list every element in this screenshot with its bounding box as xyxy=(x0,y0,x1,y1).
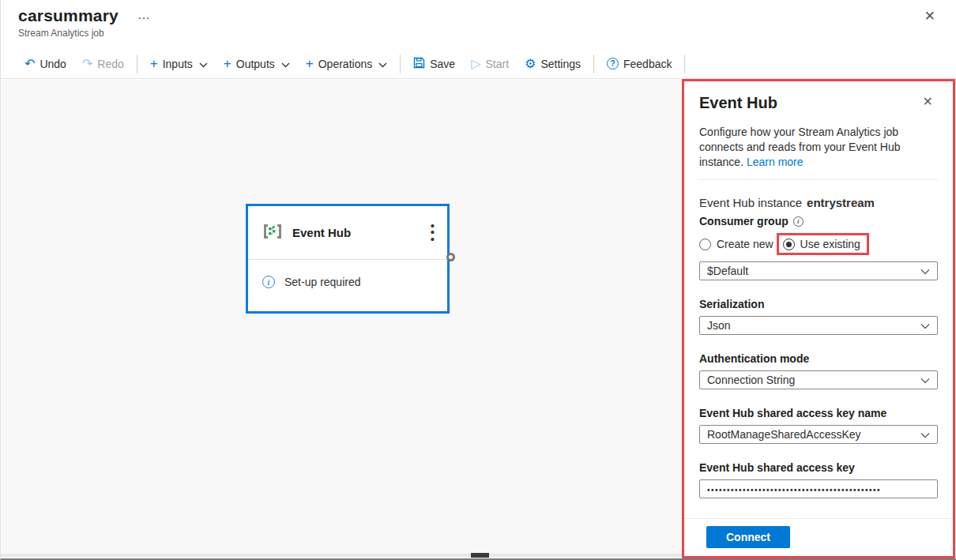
instance-row: Event Hub instanceentrystream xyxy=(699,196,938,209)
start-button[interactable]: ▷ Start xyxy=(463,53,517,75)
event-hub-icon xyxy=(262,222,283,244)
consumer-group-label: Consumer group i xyxy=(699,215,938,227)
chevron-down-icon xyxy=(920,374,930,386)
panel-description: Configure how your Stream Analytics job … xyxy=(699,125,938,170)
chevron-down-icon xyxy=(920,265,930,277)
redo-icon: ↷ xyxy=(82,58,92,70)
panel-divider xyxy=(699,179,938,180)
serialization-label: Serialization xyxy=(699,298,938,310)
shared-access-key-name-select[interactable]: RootManageSharedAccessKey xyxy=(699,425,938,444)
toolbar-divider xyxy=(684,54,685,73)
consumer-group-radio-group: Create new Use existing xyxy=(699,233,938,255)
scrollbar-thumb[interactable] xyxy=(471,553,489,558)
authentication-mode-label: Authentication mode xyxy=(699,352,938,365)
more-options-icon[interactable]: … xyxy=(137,8,152,22)
node-output-connector[interactable] xyxy=(446,253,455,261)
stream-analytics-editor: carsummary … Stream Analytics job ✕ ↶ Un… xyxy=(0,0,956,560)
toolbar-divider xyxy=(593,54,594,73)
masked-key-value: ••••••••••••••••••••••••••••••••••••••••… xyxy=(707,486,881,494)
event-hub-config-panel: Event Hub ✕ Configure how your Stream An… xyxy=(682,79,955,558)
node-status-text: Set-up required xyxy=(284,276,361,288)
settings-button[interactable]: ⚙ Settings xyxy=(517,53,589,75)
consumer-group-select[interactable]: $Default xyxy=(699,261,938,280)
radio-circle-checked xyxy=(783,239,795,250)
horizontal-scrollbar[interactable] xyxy=(1,554,682,557)
window-close-icon[interactable]: ✕ xyxy=(924,9,935,23)
feedback-button[interactable]: ? Feedback xyxy=(599,53,679,75)
annotation-highlight-box: Use existing xyxy=(777,233,869,255)
info-icon[interactable]: i xyxy=(793,216,804,227)
serialization-select[interactable]: Json xyxy=(699,316,938,335)
info-icon: i xyxy=(262,276,275,288)
undo-icon: ↶ xyxy=(24,58,35,70)
kebab-menu-icon[interactable]: ••• xyxy=(427,223,438,242)
toolbar-divider xyxy=(400,54,401,73)
plus-icon: + xyxy=(150,57,158,70)
add-outputs-button[interactable]: + Outputs xyxy=(216,53,298,75)
toolbar: ↶ Undo ↷ Redo + Inputs + Outputs + Opera… xyxy=(1,49,956,79)
shared-access-key-name-label: Event Hub shared access key name xyxy=(699,407,938,419)
save-icon xyxy=(413,57,425,71)
chevron-down-icon xyxy=(920,319,930,332)
panel-footer: Connect xyxy=(684,518,953,556)
learn-more-link[interactable]: Learn more xyxy=(747,156,804,168)
shared-access-key-input[interactable]: ••••••••••••••••••••••••••••••••••••••••… xyxy=(699,479,938,498)
node-title: Event Hub xyxy=(292,226,427,239)
radio-use-existing[interactable]: Use existing xyxy=(783,238,860,250)
chevron-down-icon xyxy=(378,58,387,70)
instance-value: entrystream xyxy=(807,196,875,209)
page-subtitle: Stream Analytics job xyxy=(1,25,682,39)
settings-icon: ⚙ xyxy=(525,58,536,70)
plus-icon: + xyxy=(224,57,231,70)
radio-circle-unchecked xyxy=(699,239,711,250)
plus-icon: + xyxy=(306,57,314,70)
add-operations-button[interactable]: + Operations xyxy=(298,53,395,75)
chevron-down-icon xyxy=(920,428,930,441)
page-header: carsummary … Stream Analytics job xyxy=(1,0,682,49)
chevron-down-icon xyxy=(281,58,290,70)
start-icon: ▷ xyxy=(471,58,480,70)
connect-button[interactable]: Connect xyxy=(706,526,790,548)
shared-access-key-label: Event Hub shared access key xyxy=(699,461,938,474)
instance-label: Event Hub instance xyxy=(699,196,802,209)
page-title: carsummary xyxy=(18,6,119,25)
panel-close-icon[interactable]: ✕ xyxy=(923,96,933,108)
panel-title: Event Hub xyxy=(699,94,777,112)
authentication-mode-select[interactable]: Connection String xyxy=(699,370,938,389)
chevron-down-icon xyxy=(199,58,208,70)
save-button[interactable]: Save xyxy=(405,53,463,75)
add-inputs-button[interactable]: + Inputs xyxy=(142,53,216,75)
redo-button[interactable]: ↷ Redo xyxy=(74,53,132,75)
radio-create-new[interactable]: Create new xyxy=(699,238,773,250)
toolbar-divider xyxy=(137,54,137,73)
event-hub-node[interactable]: Event Hub ••• i Set-up required xyxy=(246,204,450,314)
undo-button[interactable]: ↶ Undo xyxy=(17,53,74,75)
feedback-icon: ? xyxy=(607,58,619,70)
